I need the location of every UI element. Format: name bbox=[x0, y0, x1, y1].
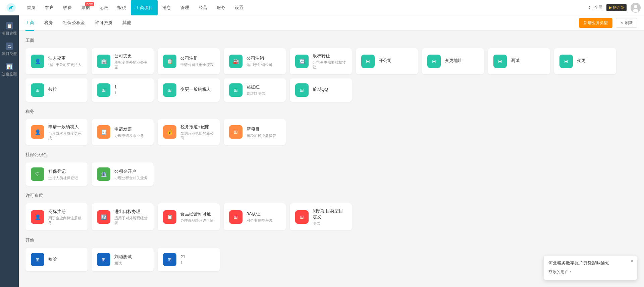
nav-item-收费[interactable]: 收费 bbox=[58, 0, 76, 15]
card-text: 公司注销适用于注销公司 bbox=[247, 55, 272, 67]
vip-button[interactable]: ▶ 畅会员 bbox=[606, 4, 627, 11]
card-icon: 🧾 bbox=[97, 125, 110, 139]
nav-item-客户[interactable]: 客户 bbox=[40, 0, 58, 15]
card-变更地址[interactable]: ⊞变更地址 bbox=[422, 48, 484, 74]
main-layout: 📋项目管理🗂项目类型📊进度监测 工商税务社保公积金许可资质其他 新增业务类型 ↻… bbox=[0, 15, 644, 287]
card-公司注销[interactable]: 🏭公司注销适用于注销公司 bbox=[224, 48, 286, 74]
section-title: 工商 bbox=[25, 38, 637, 44]
sidebar-item-进度监测[interactable]: 📊进度监测 bbox=[0, 60, 19, 80]
card-title: 公积金开户 bbox=[114, 168, 148, 174]
sidebar-item-项目类型[interactable]: 🗂项目类型 bbox=[0, 39, 19, 60]
card-icon: ⊞ bbox=[361, 55, 375, 68]
svg-text:👤: 👤 bbox=[35, 59, 41, 64]
card-desc: 测试 bbox=[313, 221, 346, 226]
nav-item-记账[interactable]: 记账 bbox=[95, 0, 113, 15]
card-新项目[interactable]: ⊞新项目报税加税控盘保管 bbox=[224, 119, 286, 145]
card-3A认证[interactable]: ⊞3A认证对企业信誉评级 bbox=[224, 203, 286, 230]
card-title: 公司注销 bbox=[247, 55, 272, 61]
notification-popup: ✕ 河北税务数字账户升级影响通知 尊敬的用户： bbox=[543, 255, 637, 280]
sub-tab-actions: 新增业务类型 ↻ 刷新 bbox=[579, 18, 637, 28]
card-拉拉[interactable]: ⊞拉拉 bbox=[25, 78, 88, 102]
card-食品经营许可证[interactable]: 📋食品经营许可证办理食品经营许可证 bbox=[158, 203, 220, 230]
nav-item-经营[interactable]: 经营 bbox=[194, 0, 212, 15]
svg-text:⊞: ⊞ bbox=[564, 59, 568, 64]
card-icon: 👤 bbox=[31, 125, 44, 139]
card-进出口权办理[interactable]: 🔄进出口权办理适用于对外贸易经营者 bbox=[92, 203, 154, 230]
sub-tab-工商[interactable]: 工商 bbox=[25, 15, 34, 31]
card-desc: 测试 bbox=[114, 261, 132, 266]
svg-text:👤: 👤 bbox=[35, 129, 41, 135]
fullscreen-icon: ⛶ bbox=[589, 5, 593, 10]
nav-item-票据[interactable]: 票据new bbox=[76, 0, 95, 15]
card-法人变更[interactable]: 👤法人变更适用于公司变更法人 bbox=[25, 48, 88, 74]
card-desc: 1 bbox=[114, 90, 117, 95]
card-text: 商标注册用于企业商标注册服务 bbox=[48, 209, 82, 225]
card-变更[interactable]: ⊞变更 bbox=[554, 48, 616, 74]
card-公积金开户[interactable]: 🏦公积金开户办理公积金相关业务 bbox=[92, 162, 154, 186]
card-变更一般纳税人[interactable]: ⊞变更一般纳税人 bbox=[158, 78, 220, 102]
card-title: 食品经营许可证 bbox=[180, 211, 214, 217]
card-icon: 🔄 bbox=[97, 210, 110, 224]
card-社保登记[interactable]: 🛡社保登记进行人员社保登记 bbox=[25, 162, 88, 186]
card-icon: 📋 bbox=[163, 55, 176, 68]
card-21[interactable]: ⊞211 bbox=[158, 248, 220, 271]
card-股权转让[interactable]: 🔄股权转让公司变更需要股权转让 bbox=[290, 48, 352, 74]
card-title: 申请一般纳税人 bbox=[48, 124, 82, 130]
card-desc: 办理申请发票业务 bbox=[114, 133, 144, 138]
card-title: 测试 bbox=[511, 58, 520, 64]
svg-text:⊞: ⊞ bbox=[498, 59, 502, 64]
card-text: 新项目报税加税控盘保管 bbox=[247, 126, 276, 138]
card-公司注册[interactable]: 📋公司注册申请公司注册全流程 bbox=[158, 48, 220, 74]
card-申请一般纳税人[interactable]: 👤申请一般纳税人当月或次月成变更完成 bbox=[25, 119, 88, 145]
svg-text:🏢: 🏢 bbox=[101, 59, 107, 64]
logo[interactable] bbox=[3, 0, 19, 15]
card-开公司[interactable]: ⊞开公司 bbox=[356, 48, 418, 74]
card-text: 拉拉 bbox=[48, 86, 57, 93]
card-title: 开公司 bbox=[379, 58, 392, 64]
nav-item-设置[interactable]: 设置 bbox=[230, 0, 248, 15]
nav-item-报税[interactable]: 报税 bbox=[113, 0, 131, 15]
card-title: 测试项目类型目定义 bbox=[313, 208, 346, 220]
sub-tab-社保公积金[interactable]: 社保公积金 bbox=[63, 15, 85, 31]
card-测试[interactable]: ⊞测试 bbox=[488, 48, 550, 74]
svg-text:👤: 👤 bbox=[35, 214, 41, 220]
card-刘聪测试[interactable]: ⊞刘聪测试测试 bbox=[92, 248, 154, 271]
card-text: 开公司 bbox=[379, 58, 392, 65]
card-公司变更[interactable]: 🏢公司变更股权变更外的业务变更 bbox=[92, 48, 154, 74]
card-desc: 适用于公司变更法人 bbox=[48, 62, 82, 67]
new-type-button[interactable]: 新增业务类型 bbox=[579, 18, 612, 28]
card-商标注册[interactable]: 👤商标注册用于企业商标注册服务 bbox=[25, 203, 88, 230]
avatar[interactable] bbox=[631, 3, 641, 13]
card-葛红红[interactable]: ⊞葛红红葛红红测试 bbox=[224, 78, 286, 102]
card-税务报道+记账[interactable]: 💰税务报道+记账拿到营业执照的新公司 bbox=[158, 119, 220, 145]
card-1[interactable]: ⊞11 bbox=[92, 78, 154, 102]
sub-tabs: 工商税务社保公积金许可资质其他 新增业务类型 ↻ 刷新 bbox=[19, 15, 644, 31]
sub-tab-税务[interactable]: 税务 bbox=[44, 15, 53, 31]
card-申请发票[interactable]: 🧾申请发票办理申请发票业务 bbox=[92, 119, 154, 145]
card-哈哈[interactable]: ⊞哈哈 bbox=[25, 248, 88, 271]
content-area: 工商税务社保公积金许可资质其他 新增业务类型 ↻ 刷新 工商👤法人变更适用于公司… bbox=[19, 15, 644, 287]
card-title: 变更一般纳税人 bbox=[180, 86, 211, 92]
nav-item-管理[interactable]: 管理 bbox=[176, 0, 194, 15]
sub-tab-许可资质[interactable]: 许可资质 bbox=[95, 15, 112, 31]
sidebar-item-项目管理[interactable]: 📋项目管理 bbox=[0, 19, 19, 39]
fullscreen-btn[interactable]: ⛶ 全屏 bbox=[589, 5, 602, 10]
card-title: 进出口权办理 bbox=[114, 209, 148, 215]
sub-tab-其他[interactable]: 其他 bbox=[122, 15, 131, 31]
sidebar: 📋项目管理🗂项目类型📊进度监测 bbox=[0, 15, 19, 287]
card-测试项目类型目定义[interactable]: ⊞测试项目类型目定义测试 bbox=[290, 203, 352, 230]
refresh-button[interactable]: ↻ 刷新 bbox=[616, 18, 637, 28]
nav-item-工商项目[interactable]: 工商项目 bbox=[131, 0, 158, 15]
card-icon: ⊞ bbox=[427, 55, 441, 68]
notification-close-btn[interactable]: ✕ bbox=[630, 259, 634, 264]
card-text: 变更地址 bbox=[445, 58, 462, 65]
nav-item-消息[interactable]: 消息 bbox=[158, 0, 176, 15]
card-前期QQ[interactable]: ⊞前期QQ bbox=[290, 78, 352, 102]
card-icon: 💰 bbox=[163, 125, 176, 139]
fullscreen-label: 全屏 bbox=[594, 5, 602, 10]
nav-item-服务[interactable]: 服务 bbox=[212, 0, 230, 15]
nav-item-首页[interactable]: 首页 bbox=[22, 0, 40, 15]
svg-text:🧾: 🧾 bbox=[101, 129, 107, 135]
card-title: 税务报道+记账 bbox=[180, 124, 214, 130]
card-title: 拉拉 bbox=[48, 86, 57, 92]
